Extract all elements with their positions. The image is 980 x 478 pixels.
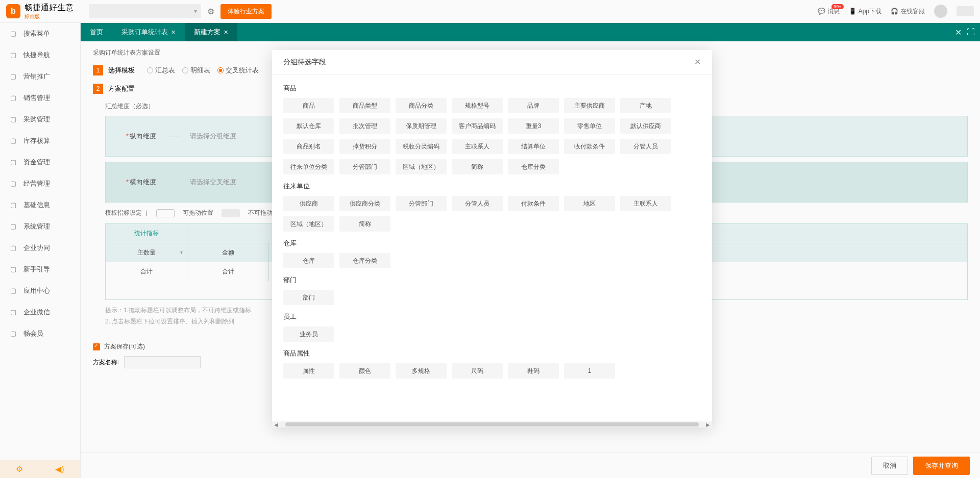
modal-body[interactable]: 商品商品商品类型商品分类规格型号品牌主要供应商产地默认仓库批次管理保质期管理客户… [272, 74, 712, 421]
field-tag[interactable]: 商品分类 [396, 98, 447, 113]
field-tag[interactable]: 供应商 [283, 196, 334, 211]
field-tag[interactable]: 收付款条件 [564, 139, 615, 154]
field-group-row: 供应商供应商分类分管部门分管人员付款条件地区主联系人区域（地区）简称 [283, 196, 701, 232]
field-tag[interactable]: 仓库分类 [508, 159, 559, 174]
field-tag[interactable]: 结算单位 [508, 139, 559, 154]
field-tag[interactable]: 区域（地区） [283, 216, 334, 232]
field-tag[interactable]: 默认供应商 [620, 118, 671, 134]
field-tag[interactable]: 简称 [339, 216, 390, 232]
field-tag[interactable]: 仓库分类 [339, 253, 390, 268]
field-tag[interactable]: 部门 [283, 290, 334, 305]
field-tag[interactable]: 客户商品编码 [452, 118, 503, 134]
field-tag[interactable]: 仓库 [283, 253, 334, 268]
field-group-title: 往来单位 [283, 182, 701, 191]
modal-title: 分组待选字段 [283, 58, 326, 67]
field-tag[interactable]: 批次管理 [339, 118, 390, 134]
field-group-row: 商品商品类型商品分类规格型号品牌主要供应商产地默认仓库批次管理保质期管理客户商品… [283, 98, 701, 174]
field-tag[interactable]: 分管人员 [620, 139, 671, 154]
scroll-track[interactable] [285, 422, 699, 426]
field-tag[interactable]: 主联系人 [620, 196, 671, 211]
field-tag[interactable]: 简称 [452, 159, 503, 174]
field-tag[interactable]: 商品别名 [283, 139, 334, 154]
field-tag[interactable]: 分管人员 [452, 196, 503, 211]
scroll-right-icon[interactable]: ▶ [704, 422, 712, 427]
field-tag[interactable]: 主要供应商 [564, 98, 615, 113]
field-tag[interactable]: 零售单位 [564, 118, 615, 134]
field-tag[interactable]: 区域（地区） [396, 159, 447, 174]
field-tag[interactable]: 产地 [620, 98, 671, 113]
field-group-title: 仓库 [283, 239, 701, 248]
field-tag[interactable]: 鞋码 [508, 363, 559, 379]
field-group-row: 部门 [283, 290, 701, 305]
field-tag[interactable]: 分管部门 [339, 159, 390, 174]
field-tag[interactable]: 往来单位分类 [283, 159, 334, 174]
field-group-row: 仓库仓库分类 [283, 253, 701, 268]
field-group-title: 商品属性 [283, 349, 701, 358]
field-tag[interactable]: 主联系人 [452, 139, 503, 154]
field-group-title: 部门 [283, 275, 701, 285]
modal-h-scrollbar[interactable]: ◀ ▶ [272, 421, 712, 427]
field-tag[interactable]: 商品类型 [339, 98, 390, 113]
field-tag[interactable]: 业务员 [283, 326, 334, 342]
field-tag[interactable]: 多规格 [396, 363, 447, 379]
field-tag[interactable]: 保质期管理 [396, 118, 447, 134]
field-group-row: 属性颜色多规格尺码鞋码1 [283, 363, 701, 379]
field-group-title: 商品 [283, 84, 701, 93]
field-picker-modal: 分组待选字段 ✕ 商品商品商品类型商品分类规格型号品牌主要供应商产地默认仓库批次… [272, 50, 712, 427]
field-tag[interactable]: 品牌 [508, 98, 559, 113]
field-tag[interactable]: 摔货积分 [339, 139, 390, 154]
field-tag[interactable]: 尺码 [452, 363, 503, 379]
field-tag[interactable]: 付款条件 [508, 196, 559, 211]
field-tag[interactable]: 属性 [283, 363, 334, 379]
field-group-title: 员工 [283, 312, 701, 321]
close-icon[interactable]: ✕ [694, 57, 701, 67]
scroll-left-icon[interactable]: ◀ [272, 422, 280, 427]
field-tag[interactable]: 默认仓库 [283, 118, 334, 134]
field-tag[interactable]: 1 [564, 363, 615, 379]
field-tag[interactable]: 规格型号 [452, 98, 503, 113]
field-tag[interactable]: 分管部门 [396, 196, 447, 211]
field-tag[interactable]: 颜色 [339, 363, 390, 379]
field-tag[interactable]: 税收分类编码 [396, 139, 447, 154]
field-tag[interactable]: 地区 [564, 196, 615, 211]
field-tag[interactable]: 重量3 [508, 118, 559, 134]
modal-header: 分组待选字段 ✕ [272, 50, 712, 74]
field-group-row: 业务员 [283, 326, 701, 342]
field-tag[interactable]: 供应商分类 [339, 196, 390, 211]
field-tag[interactable]: 商品 [283, 98, 334, 113]
